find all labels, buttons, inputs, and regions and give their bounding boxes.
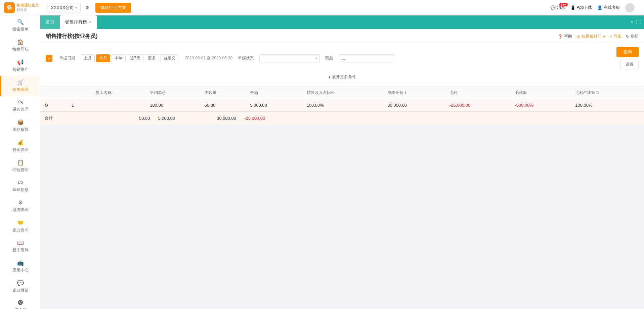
export-icon: ↗ [609,34,612,39]
footer-label: 合计 [44,115,85,121]
sidebar-label-finance: 资金管理 [12,147,29,153]
tab-minimize-icon[interactable]: × [631,19,633,25]
sidebar-label-search: 搜索菜单 [12,27,29,32]
refresh-button[interactable]: ↻ 刷新 [626,34,639,39]
sidebar-item-basic[interactable]: 🗂 基础信息 [0,176,40,196]
query-button[interactable]: 查询 [616,47,639,57]
print-icon: 🖨 [576,34,580,39]
col-header-rank [68,87,91,99]
sidebar-item-member[interactable]: 🅥 畅会员 [0,297,40,309]
sidebar-icon-member: 🅥 [18,300,23,306]
page-header: 销售排行榜(按业务员) ❓ 帮助 🖨 按模板打印 ▾ [40,29,644,43]
sidebar-item-operations[interactable]: 📋 经营管理 [0,156,40,176]
trial-button[interactable]: 体验行业方案 [95,3,131,13]
tab-close-icon[interactable]: × [89,20,91,24]
logo-area: 畅 畅康通好生意 标准版 [4,2,44,13]
sidebar-label-operations: 经营管理 [12,167,29,173]
cell-sales_pct: 100.00% [303,99,384,111]
cell-amount: 5,000.00 [246,99,302,111]
col-header-gross_rate: 毛利率 [511,87,571,99]
sidebar-label-wechat: 企业微信 [12,288,29,293]
tab-maximize-icon[interactable]: ⛶ [636,19,641,25]
date-btn-本月[interactable]: 本月 [96,54,110,62]
table-row: ⚙1100.0050.005,000.00100.00%30,000.00-25… [40,99,644,111]
home-tab-label: 首页 [46,19,54,25]
company-selector[interactable]: XXXXX公司 ▾ [47,3,81,12]
footer-cells: 50.00 5,000.00 30,000.00 -25,000.00 [85,116,640,121]
sidebar-item-guide[interactable]: 📖 新手引导 [0,236,40,256]
date-btn-上月[interactable]: 上月 [81,54,95,62]
col-header-avg_price: 平均单价 [146,87,201,99]
content-area: 首页 销售排行榜 × × ⛶ 销售排行榜(按业务员) [40,15,644,309]
sidebar-icon-search: 🔍 [17,19,24,25]
sidebar-label-quick: 快捷导航 [12,47,29,52]
cost-info-icon[interactable]: ℹ [405,90,406,95]
table-header-row: 员工名称平均单价主数量全额销售收入占比%成本全额 ℹ毛利毛利率毛利占比% ⇅ [40,87,644,99]
app-download-button[interactable]: 📱 App下载 [570,5,592,10]
col-header-name: 员工名称 [91,87,146,99]
date-btn-更多[interactable]: 更多 [145,54,159,62]
filter-toggle-icon: » [46,55,52,62]
sidebar-item-collab[interactable]: 🤝 企业协同 [0,216,40,236]
sidebar-label-apps: 应用中心 [12,267,29,273]
logo-subtitle: 标准版 [17,8,39,12]
cell-gross: -25,000.00 [445,99,511,111]
col-header-quantity: 主数量 [201,87,246,99]
app-label: App下载 [577,5,592,10]
sidebar-icon-finance: 💰 [17,139,24,146]
gross-pct-sort-icon[interactable]: ⇅ [596,90,599,95]
message-button[interactable]: 💬 消息 99+ [551,5,565,10]
sidebar-item-wechat[interactable]: 💬 企业微信 [0,276,40,297]
sidebar-item-finance[interactable]: 💰 资金管理 [0,136,40,156]
topbar-right: 💬 消息 99+ 📱 App下载 👤 在线客服 [551,3,640,12]
table-head: 员工名称平均单价主数量全额销售收入占比%成本全额 ℹ毛利毛利率毛利占比% ⇅ [40,87,644,99]
sidebar-item-inventory[interactable]: 📦 库存核算 [0,116,40,136]
refresh-label: 刷新 [631,34,639,39]
col-header-gross: 毛利 [445,87,511,99]
status-select[interactable] [259,54,320,62]
app-wrapper: 畅 畅康通好生意 标准版 XXXXX公司 ▾ ⚙ 体验行业方案 💬 消息 99+… [0,0,644,309]
col-header-cost: 成本全额 ℹ [383,87,445,99]
sidebar-icon-sales: 🛒 [17,79,24,86]
export-button[interactable]: ↗ 导出 [609,34,622,39]
sidebar-item-marketing[interactable]: 📢 营销推广 [0,56,40,76]
sidebar-icon-collab: 🤝 [17,219,24,226]
tab-bar: 首页 销售排行榜 × × ⛶ [40,15,644,29]
sidebar-item-apps[interactable]: 📺 应用中心 [0,256,40,276]
tab-bar-right: × ⛶ [631,19,644,25]
filter-right: 查询 设置 [616,47,639,69]
date-btn-自定义[interactable]: 自定义 [160,54,178,62]
sidebar-icon-guide: 📖 [17,240,24,246]
filter-toggle-btn[interactable]: » [46,55,52,62]
sidebar-item-quick[interactable]: 🏠 快捷导航 [0,36,40,56]
sidebar-icon-operations: 📋 [17,159,24,166]
footer-quantity-val: 50.00 [135,116,154,121]
date-filter-label: 单据日期 [59,55,75,61]
goods-input[interactable] [339,54,395,62]
avatar[interactable] [625,3,635,12]
cell-gear: ⚙ [40,99,68,111]
sidebar-item-sales[interactable]: 🛒 销售管理 [0,76,40,96]
date-range-text: 2023-06-01 至 2023-06-30 [185,55,232,61]
table-footer: 合计 50.00 5,000.00 30,000.00 -25,000.00 [40,111,644,124]
topbar-settings-icon[interactable]: ⚙ [83,3,92,12]
sidebar-icon-purchase: 🛍 [18,99,23,105]
page-title: 销售排行榜(按业务员) [46,33,98,40]
sidebar-item-purchase[interactable]: 🛍 采购管理 [0,96,40,116]
message-icon: 💬 [551,5,556,10]
date-btn-近7天[interactable]: 近7天 [127,54,143,62]
expand-conditions-btn[interactable]: ▾ 展开更多条件 [329,74,356,80]
data-table: 员工名称平均单价主数量全额销售收入占比%成本全额 ℹ毛利毛利率毛利占比% ⇅ ⚙… [40,87,644,111]
tab-home[interactable]: 首页 [40,15,60,29]
sidebar-item-search[interactable]: 🔍 搜索菜单 [0,15,40,36]
cell-avg_price: 100.00 [146,99,201,111]
tab-sales-ranking[interactable]: 销售排行榜 × [60,15,97,29]
sidebar-item-system[interactable]: ⚙ 系统管理 [0,196,40,216]
date-btn-本年[interactable]: 本年 [112,54,126,62]
print-button[interactable]: 🖨 按模板打印 ▾ [576,34,605,39]
help-button[interactable]: ❓ 帮助 [558,34,572,39]
online-service-button[interactable]: 👤 在线客服 [597,5,620,10]
set-button[interactable]: 设置 [620,60,639,69]
footer-cost-val: 30,000.00 [213,116,240,121]
table-wrap: 员工名称平均单价主数量全额销售收入占比%成本全额 ℹ毛利毛利率毛利占比% ⇅ ⚙… [40,87,644,111]
